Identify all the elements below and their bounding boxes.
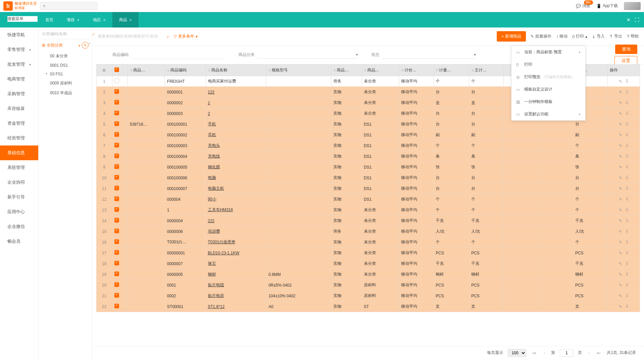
cell-name[interactable]: 手机 <box>206 119 266 130</box>
row-checkbox[interactable] <box>112 280 128 291</box>
more-row-icon[interactable]: ⠿ <box>626 272 629 277</box>
sidebar-item[interactable]: 零售管理▾ <box>0 42 38 57</box>
sidebar-search-label[interactable]: 搜索菜单 <box>7 16 38 22</box>
table-row[interactable]: 1200000490小实物DS1移动平均个个个✎⠿ <box>97 194 640 205</box>
tab-close-icon[interactable]: ✕ <box>129 18 132 22</box>
edit-row-icon[interactable]: ✎ <box>619 122 622 127</box>
row-checkbox[interactable] <box>112 258 128 269</box>
template-custom-action[interactable]: ▭ 模板自定义设计 <box>512 83 585 96</box>
next-page-button[interactable]: › <box>587 351 591 355</box>
more-row-icon[interactable]: ⠿ <box>626 143 629 148</box>
row-checkbox[interactable] <box>112 226 128 237</box>
cell-name[interactable]: 90小 <box>206 194 266 205</box>
fullscreen-icon[interactable]: ⛶ <box>635 17 639 22</box>
sidebar-item[interactable]: 新手引导 <box>0 190 38 204</box>
tree-search-input[interactable] <box>42 32 92 36</box>
more-row-icon[interactable]: ⠿ <box>626 283 629 288</box>
sidebar-item[interactable]: 批发管理▾ <box>0 57 38 72</box>
sidebar-item[interactable]: 基础信息 <box>0 145 38 160</box>
sidebar-item[interactable]: 电商管理 <box>0 72 38 86</box>
more-row-icon[interactable]: ⠿ <box>626 197 629 202</box>
cell-name[interactable]: 耳机 <box>206 130 266 140</box>
row-checkbox[interactable] <box>112 173 128 183</box>
tree-node[interactable]: 00 未分类 <box>41 51 90 61</box>
col-code[interactable]: ⇅商品编码 <box>165 65 206 76</box>
edit-row-icon[interactable]: ✎ <box>619 240 622 245</box>
table-row[interactable]: 22ST00001ST1.6*12A0实物ST移动平均支支支✎⠿ <box>97 301 640 312</box>
row-checkbox[interactable] <box>112 130 128 140</box>
edit-row-icon[interactable]: ✎ <box>619 272 622 277</box>
edit-row-icon[interactable]: ✎ <box>619 101 622 105</box>
more-row-icon[interactable]: ⠿ <box>626 90 629 95</box>
user-avatar[interactable] <box>624 2 641 10</box>
print-action[interactable]: ⎙ 打印 <box>512 58 585 71</box>
more-row-icon[interactable]: ⠿ <box>626 251 629 255</box>
more-row-icon[interactable]: ⠿ <box>626 229 629 234</box>
edit-row-icon[interactable]: ✎ <box>619 283 622 288</box>
more-row-icon[interactable]: ⠿ <box>626 101 629 105</box>
per-page-select[interactable]: 100 <box>508 349 526 357</box>
row-checkbox[interactable] <box>112 301 128 312</box>
cell-name[interactable]: 222 <box>206 216 266 226</box>
row-checkbox[interactable] <box>112 216 128 226</box>
cell-name[interactable]: 充电头 <box>206 140 266 151</box>
row-checkbox[interactable] <box>112 183 128 194</box>
first-page-button[interactable]: ⏮ <box>531 351 538 355</box>
cell-name[interactable]: 工具车HM318 <box>206 205 266 216</box>
table-row[interactable]: 10000100006电脑实物DS1移动平均台台台✎⠿ <box>97 173 640 183</box>
sidebar-item[interactable]: 库存核算 <box>0 101 38 116</box>
row-checkbox[interactable] <box>112 119 128 130</box>
table-row[interactable]: 200001贴片电阻0R±5% 0402实物原材料移动平均PCSPCSPCS✎⠿ <box>97 280 640 291</box>
table-row[interactable]: 150000006培训费劳务未分类移动平均人/次人/次人/次✎⠿ <box>97 226 640 237</box>
more-row-icon[interactable]: ⠿ <box>626 176 629 180</box>
move-button[interactable]: ↕移动 <box>556 34 568 39</box>
cell-name[interactable]: 珠宝 <box>206 258 266 269</box>
cell-name[interactable]: 电脑主机 <box>206 183 266 194</box>
table-row[interactable]: 140000004222实物未分类移动平均千克千克千克✎⠿ <box>97 216 640 226</box>
filter-code-input[interactable] <box>131 51 225 59</box>
edit-row-icon[interactable]: ✎ <box>619 229 622 234</box>
more-row-icon[interactable]: ⠿ <box>626 294 629 298</box>
sidebar-item[interactable]: 企业协同 <box>0 175 38 190</box>
cell-name[interactable]: 钢化膜 <box>206 162 266 173</box>
tree-node[interactable]: 0010 半成品 <box>41 88 90 98</box>
edit-row-icon[interactable]: ✎ <box>619 79 622 84</box>
search-icon[interactable]: ⌕ <box>167 34 169 39</box>
app-download-button[interactable]: 📱 App下载 <box>596 3 618 9</box>
col-pricing[interactable]: ⇅计价… <box>399 65 433 76</box>
edit-row-icon[interactable]: ✎ <box>619 294 622 298</box>
cell-name[interactable]: 培训费 <box>206 226 266 237</box>
edit-row-icon[interactable]: ✎ <box>619 111 622 116</box>
tab-首页[interactable]: 首页 <box>39 12 60 27</box>
table-row[interactable]: 1700000001BLD10-23-1.1KW实物未分类移动平均PCSPCSP… <box>97 248 640 258</box>
batch-ops-button[interactable]: ✎批量操作 <box>531 34 551 39</box>
row-checkbox[interactable] <box>112 87 128 98</box>
col-settings[interactable]: ⚙ <box>97 65 112 76</box>
row-checkbox[interactable] <box>112 269 128 280</box>
row-checkbox[interactable] <box>112 98 128 108</box>
sidebar-item[interactable]: 采购管理 <box>0 86 38 101</box>
cell-name[interactable]: 2 <box>206 108 266 119</box>
row-checkbox[interactable] <box>112 248 128 258</box>
more-row-icon[interactable]: ⠿ <box>626 154 629 159</box>
last-page-button[interactable]: ⏭ <box>595 351 602 355</box>
cell-name[interactable]: 电脑 <box>206 173 266 183</box>
row-checkbox[interactable] <box>112 76 128 87</box>
cell-name[interactable]: BLD10-23-1.1KW <box>206 248 266 258</box>
edit-row-icon[interactable]: ✎ <box>619 133 622 137</box>
edit-tree-icon[interactable]: ✎ <box>82 42 89 49</box>
filter-category-select[interactable]: ▾ <box>257 51 358 59</box>
print-button[interactable]: ⎙打印▴ <box>572 34 587 39</box>
cell-name[interactable]: T0301白面黑带 <box>206 237 266 248</box>
print-preview-action[interactable]: ◎ 打印预览 (可编辑当前模板) <box>512 71 585 83</box>
tree-root[interactable]: ⊞ 全部分类 ▸ ✎ <box>41 39 90 51</box>
edit-row-icon[interactable]: ✎ <box>619 176 622 180</box>
table-row[interactable]: 11000100007电脑主机实物DS1移动平均台台台✎⠿ <box>97 183 640 194</box>
settings-button[interactable]: 设置 <box>614 56 637 65</box>
more-row-icon[interactable]: ⠿ <box>626 208 629 213</box>
more-row-icon[interactable]: ⠿ <box>626 261 629 266</box>
row-checkbox[interactable] <box>112 151 128 162</box>
export-button[interactable]: ⤒导出 <box>609 34 622 39</box>
row-checkbox[interactable] <box>112 291 128 301</box>
table-row[interactable]: 7000100003充电头实物DS1移动平均个个个✎⠿ <box>97 140 640 151</box>
